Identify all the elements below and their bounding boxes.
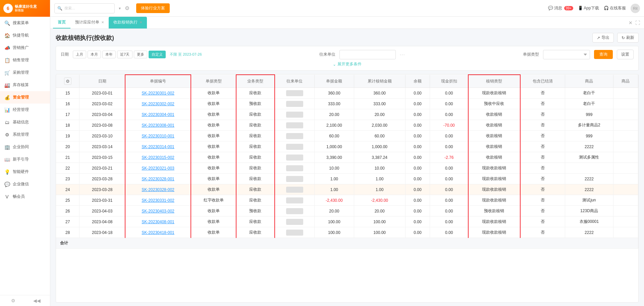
sno-link[interactable]: SK-20230308-001: [142, 123, 174, 128]
tab-receipt-exec-close-icon[interactable]: ✕: [140, 20, 142, 24]
cell-no: 21: [56, 152, 79, 163]
sidebar-settings-btn[interactable]: ⚙: [3, 298, 24, 303]
filter-row-1: 日期 上月 本月 本年 近7天 更多 自定义 不限 至 2023-07-26 往…: [61, 50, 634, 59]
sidebar-item-wechat[interactable]: 💬企业微信: [0, 178, 50, 190]
tab-prepay-close-icon[interactable]: ✕: [101, 20, 104, 24]
col-header-canceltype[interactable]: 核销类型: [468, 75, 520, 88]
filter-more-dots[interactable]: ···: [400, 52, 405, 57]
sno-link[interactable]: SK-20230328-002: [142, 187, 174, 192]
cell-partner: [275, 184, 315, 195]
col-header-balance[interactable]: 余额: [405, 75, 430, 88]
vtype-filter-select[interactable]: [543, 50, 590, 59]
cell-vtype: 收款单: [191, 163, 236, 174]
sidebar-item-finance[interactable]: 💰资金管理: [0, 91, 50, 104]
cell-date: 2023-04-08: [79, 217, 125, 227]
date-btn-thisyear[interactable]: 本年: [102, 51, 116, 58]
sno-link[interactable]: SK-20230314-001: [142, 144, 174, 149]
sidebar-item-system[interactable]: ⚙系统管理: [0, 128, 50, 141]
sidebar-item-label: 企业协同: [13, 144, 29, 150]
sno-link[interactable]: SK-20230403-002: [142, 209, 174, 213]
sno-link[interactable]: SK-20230321-003: [142, 166, 174, 171]
topbar-gear-icon[interactable]: ⚙: [123, 4, 131, 13]
sidebar-collapse-btn[interactable]: ◀◀: [26, 298, 48, 303]
sno-link[interactable]: SK-20230302-002: [142, 102, 174, 106]
col-header-gear[interactable]: ⚙: [56, 75, 79, 88]
online-service-link[interactable]: 🎧 在线客服: [604, 5, 626, 11]
tab-receipt-exec[interactable]: 收款核销执行 ✕: [109, 17, 147, 28]
sidebar-item-guide[interactable]: 📖新手引导: [0, 153, 50, 166]
sno-link[interactable]: SK-20230301-002: [142, 91, 174, 96]
col-header-goods2[interactable]: 商品: [613, 75, 638, 88]
table-sum-row: 合计: [56, 238, 638, 249]
cell-partner: [275, 152, 315, 163]
cell-settled: 否: [520, 184, 565, 195]
filter-setting-btn[interactable]: 设置: [617, 50, 634, 59]
logo-text: 畅康道好生意 标推版: [15, 4, 37, 12]
cell-no: 28: [56, 227, 79, 238]
sidebar-item-label: 新手引导: [13, 157, 29, 162]
sidebar-item-quicknav[interactable]: 🏠快捷导航: [0, 29, 50, 42]
industry-solution-btn[interactable]: 体验行业方案: [136, 3, 170, 13]
cell-btype: 应收款: [236, 217, 275, 227]
sidebar-item-search[interactable]: 🔍搜索菜单: [0, 17, 50, 29]
tab-prepay[interactable]: 预计应应付单 ✕: [70, 17, 109, 28]
sno-link[interactable]: SK-20230304-001: [142, 112, 174, 117]
sidebar-item-marketing[interactable]: 📣营销推广: [0, 42, 50, 54]
topbar-search-box[interactable]: 🔍 搜索...: [54, 3, 115, 13]
cell-goods: 123D商品: [565, 206, 613, 217]
cell-no: 18: [56, 120, 79, 131]
sno-link[interactable]: SK-20230408-001: [142, 220, 174, 224]
sidebar-item-basic[interactable]: 🗂基础信息: [0, 116, 50, 128]
page-header-actions: ↗ 导出 ↻ 刷新: [592, 33, 639, 43]
tab-close-all-icon[interactable]: ✕: [629, 20, 633, 25]
table-gear-icon[interactable]: ⚙: [64, 77, 71, 85]
partner-filter-input[interactable]: [339, 50, 396, 59]
date-filter-btns: 上月 本月 本年 近7天 更多 自定义: [73, 51, 166, 58]
col-header-sno[interactable]: 单据编号: [125, 75, 191, 88]
col-header-goods[interactable]: 商品: [565, 75, 613, 88]
sidebar-item-sales[interactable]: 📋销售管理: [0, 54, 50, 66]
page-header: 收款核销执行(按收款) ↗ 导出 ↻ 刷新: [50, 29, 644, 43]
sidebar-item-operations[interactable]: 📊经营管理: [0, 104, 50, 116]
col-header-cumcancel[interactable]: 累计核销金额: [354, 75, 405, 88]
date-btn-7days[interactable]: 近7天: [117, 51, 132, 58]
date-btn-lastmonth[interactable]: 上月: [73, 51, 86, 58]
tab-home[interactable]: 首页: [53, 17, 70, 28]
export-btn[interactable]: ↗ 导出: [592, 33, 614, 43]
col-header-btype[interactable]: 业务类型: [236, 75, 275, 88]
sno-link[interactable]: SK-20230315-002: [142, 155, 174, 160]
message-badge: 99+: [564, 6, 573, 10]
col-header-partner[interactable]: 往来单位: [275, 75, 315, 88]
user-avatar[interactable]: Rit: [631, 4, 640, 13]
refresh-btn[interactable]: ↻ 刷新: [617, 33, 639, 43]
app-download-link[interactable]: 📱 App下载: [578, 5, 599, 11]
sno-link[interactable]: SK-20230310-001: [142, 134, 174, 138]
date-btn-more[interactable]: 更多: [134, 51, 147, 58]
expand-more-btn[interactable]: ⌄ 展开更多条件: [333, 61, 362, 67]
sno-link[interactable]: SK-20230418-001: [142, 230, 174, 235]
message-area[interactable]: 💬 消息 99+: [548, 5, 573, 11]
col-header-amount[interactable]: 单据金额: [314, 75, 354, 88]
col-header-cashdiscount[interactable]: 现金折扣: [430, 75, 468, 88]
tab-maximize-icon[interactable]: ⛶: [635, 20, 640, 25]
date-btn-thismonth[interactable]: 本月: [88, 51, 101, 58]
sidebar-item-inventory[interactable]: 🏭库存核算: [0, 79, 50, 91]
sidebar-item-member[interactable]: V畅会员: [0, 190, 50, 203]
sno-link[interactable]: SK-20230328-001: [142, 177, 174, 181]
cell-btype: 应收款: [236, 88, 275, 99]
query-btn[interactable]: 查询: [594, 50, 613, 59]
sno-link[interactable]: SK-20230331-002: [142, 198, 174, 203]
sidebar-bottom: ⚙ ◀◀: [0, 295, 50, 306]
col-header-settled[interactable]: 包含已结清: [520, 75, 565, 88]
sidebar-item-corp[interactable]: 🏢企业协同: [0, 141, 50, 153]
col-header-date[interactable]: 日期: [79, 75, 125, 88]
table-row: 28 2023-04-18 SK-20230418-001 收款单 应收款 10…: [56, 227, 638, 238]
col-header-vtype[interactable]: 单据类型: [191, 75, 236, 88]
date-btn-custom[interactable]: 自定义: [149, 51, 166, 58]
sidebar-item-label: 经营管理: [13, 107, 29, 113]
sidebar-item-hardware[interactable]: 💡智能硬件: [0, 166, 50, 178]
sidebar-item-purchase[interactable]: 🛒采购管理: [0, 66, 50, 79]
cell-amount: 100.00: [314, 227, 354, 238]
cell-date: 2023-04-03: [79, 206, 125, 217]
dropdown-arrow-icon[interactable]: ▾: [119, 6, 121, 11]
